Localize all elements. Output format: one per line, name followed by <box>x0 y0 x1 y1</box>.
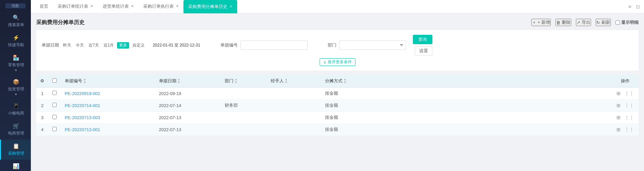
tab-close-icon[interactable]: ✕ <box>176 4 179 8</box>
row-action-cell: ⊞ ⋮⋮ <box>612 87 639 99</box>
row-more-icon[interactable]: ⋮⋮ <box>624 90 635 97</box>
row-doc-no-link[interactable]: PE-20220713-003 <box>65 115 100 120</box>
select-all-checkbox[interactable] <box>52 78 57 83</box>
export-button[interactable]: ↗ 导出 <box>576 19 591 26</box>
close-window-icon[interactable]: ✕ <box>628 4 632 9</box>
row-edit-icon[interactable]: ⊞ <box>616 90 621 97</box>
col-split-method-sort[interactable]: 分摊方式 ▲▼ <box>325 78 346 84</box>
row-dept-cell <box>221 87 267 99</box>
tab-label: 进货单统计表 <box>103 3 129 9</box>
row-more-icon[interactable]: ⋮⋮ <box>624 102 635 109</box>
table-row: 3 PE-20220713-003 2022-07-13 按金额 ⊞ ⋮⋮ <box>36 111 639 123</box>
col-dept-sort[interactable]: 部门 ▲▼ <box>225 78 237 84</box>
sidebar-item-ecommerce[interactable]: 🛒电商管理 <box>0 119 31 140</box>
col-settings[interactable]: ⚙ <box>36 75 48 87</box>
row-more-icon[interactable]: ⋮⋮ <box>624 126 635 133</box>
tab-close-icon[interactable]: ✕ <box>229 4 232 9</box>
date-1month[interactable]: 近1月 <box>102 42 115 49</box>
row-checkbox[interactable] <box>52 103 57 107</box>
col-dept[interactable]: 部门 ▲▼ <box>221 75 267 87</box>
sidebar-micro-icon: 📱 <box>13 103 19 109</box>
search-button[interactable]: 查询 <box>413 35 432 44</box>
tab-label: 采购订单统计表 <box>58 3 88 9</box>
tab-purchase-order-stats[interactable]: 采购订单统计表✕ <box>53 0 98 13</box>
date-yesterday[interactable]: 昨天 <box>62 42 72 49</box>
col-checkbox <box>48 75 61 87</box>
row-num: 3 <box>36 111 48 123</box>
sidebar-item-micro[interactable]: 📱小畅电商 <box>0 99 31 119</box>
row-checkbox[interactable] <box>52 91 57 95</box>
row-checkbox[interactable] <box>52 127 57 131</box>
sidebar-item-shortcut[interactable]: ⚡快捷导航 <box>0 31 31 51</box>
col-doc-no[interactable]: 单据编号 ▲▼ <box>61 75 155 87</box>
show-detail-checkbox-container[interactable]: 显示明细 <box>615 19 639 25</box>
row-num: 4 <box>36 123 48 136</box>
tab-label: 首页 <box>40 3 48 9</box>
dept-select[interactable]: 财务部 <box>339 40 406 50</box>
date-filter: 昨天 今天 近7天 近1月 更多 自定义 <box>62 42 146 49</box>
row-checkbox[interactable] <box>52 115 57 119</box>
refresh-button[interactable]: ↻ 刷新 <box>596 19 611 26</box>
sidebar-item-label: 零售管理 <box>8 62 24 68</box>
sidebar-shortcut-icon: ⚡ <box>13 34 19 41</box>
col-doc-date[interactable]: 单据日期 ▲▼ <box>155 75 221 87</box>
sidebar-item-wholesale[interactable]: 📦批发管理▼ <box>0 75 31 99</box>
date-range-display: 2022-01-01 至 2022-12-31 <box>153 42 200 48</box>
date-field: 单据日期 昨天 今天 近7天 近1月 更多 自定义 <box>42 42 146 49</box>
row-handler-cell <box>267 99 321 111</box>
sidebar-ecommerce-icon: 🛒 <box>13 123 19 129</box>
row-doc-date-cell: 2022-09-19 <box>155 87 221 99</box>
row-edit-icon[interactable]: ⊞ <box>616 126 621 133</box>
sidebar-item-label: 搜索菜单 <box>8 22 24 28</box>
sidebar-item-label: 批发管理 <box>8 86 24 92</box>
row-action-cell: ⊞ ⋮⋮ <box>612 111 639 123</box>
sidebar-purchase-icon: 📋 <box>13 143 19 149</box>
row-edit-icon[interactable]: ⊞ <box>616 102 621 109</box>
date-7days[interactable]: 近7天 <box>87 42 100 49</box>
row-doc-no-link[interactable]: PE-20220919-002 <box>65 91 100 96</box>
row-checkbox-cell <box>48 99 61 111</box>
add-button[interactable]: ＋ + 新增 <box>531 19 551 26</box>
date-custom[interactable]: 自定义 <box>131 42 146 49</box>
row-doc-no-link[interactable]: PE-20220714-001 <box>65 103 100 108</box>
doc-no-input[interactable] <box>240 40 308 50</box>
row-num: 1 <box>36 87 48 99</box>
delete-button[interactable]: 🗑 删除 <box>555 19 571 26</box>
row-doc-no-link[interactable]: PE-20220713-001 <box>65 127 100 132</box>
row-doc-date-cell: 2022-07-13 <box>155 111 221 123</box>
tab-close-icon[interactable]: ✕ <box>131 4 134 8</box>
tab-close-icon[interactable]: ✕ <box>90 4 93 8</box>
row-edit-icon[interactable]: ⊞ <box>616 114 621 121</box>
row-more-icon[interactable]: ⋮⋮ <box>624 114 635 121</box>
col-split-method[interactable]: 分摊方式 ▲▼ <box>321 75 612 87</box>
sidebar-item-search[interactable]: 🔍搜索菜单 <box>0 11 31 31</box>
col-doc-date-sort[interactable]: 单据日期 ▲▼ <box>159 78 180 84</box>
restore-window-icon[interactable]: ⊡ <box>636 4 640 9</box>
search-row: 单据日期 昨天 今天 近7天 近1月 更多 自定义 2022-01-01 至 2… <box>42 35 633 56</box>
col-doc-no-sort[interactable]: 单据编号 ▲▼ <box>65 78 86 84</box>
expand-conditions-button[interactable]: ∨ 展开更多条件 <box>320 58 356 66</box>
sidebar-item-label: 快捷导航 <box>8 42 24 48</box>
tab-purchase-order-exec[interactable]: 采购订单执行表✕ <box>139 0 183 13</box>
page-header: 采购费用分摊单历史 ＋ + 新增 🗑 删除 ↗ 导出 ↻ 刷新 <box>36 19 639 26</box>
sidebar-item-retail[interactable]: 🏪零售管理▼ <box>0 51 31 75</box>
sidebar-item-label: 采购管理 <box>8 151 24 156</box>
sidebar-item-inventory[interactable]: 📊库存核算 <box>0 160 31 171</box>
row-checkbox-cell <box>48 111 61 123</box>
tab-bar: 首页采购订单统计表✕进货单统计表✕采购订单执行表✕采购费用分摊单历史✕ ✕ ⊡ <box>31 0 644 13</box>
tab-stock-stats[interactable]: 进货单统计表✕ <box>98 0 139 13</box>
date-today[interactable]: 今天 <box>74 42 85 49</box>
setting-button[interactable]: 设置 <box>415 46 432 56</box>
sidebar-item-purchase[interactable]: 📋采购管理 <box>0 140 31 160</box>
row-split-method-cell: 按金额 <box>321 123 612 136</box>
row-doc-no-cell: PE-20220713-003 <box>61 111 155 123</box>
col-handler[interactable]: 经手人 ▲▼ <box>267 75 321 87</box>
sidebar-item-label: 小畅电商 <box>8 110 24 116</box>
col-handler-sort[interactable]: 经手人 ▲▼ <box>271 78 288 84</box>
show-detail-checkbox[interactable] <box>615 20 620 25</box>
date-more[interactable]: 更多 <box>117 42 129 49</box>
sidebar-retail-icon: 🏪 <box>13 55 19 61</box>
tab-home[interactable]: 首页 <box>35 0 53 13</box>
table-row: 1 PE-20220919-002 2022-09-19 按金额 ⊞ ⋮⋮ <box>36 87 639 99</box>
tab-purchase-cost-history[interactable]: 采购费用分摊单历史✕ <box>183 0 237 13</box>
